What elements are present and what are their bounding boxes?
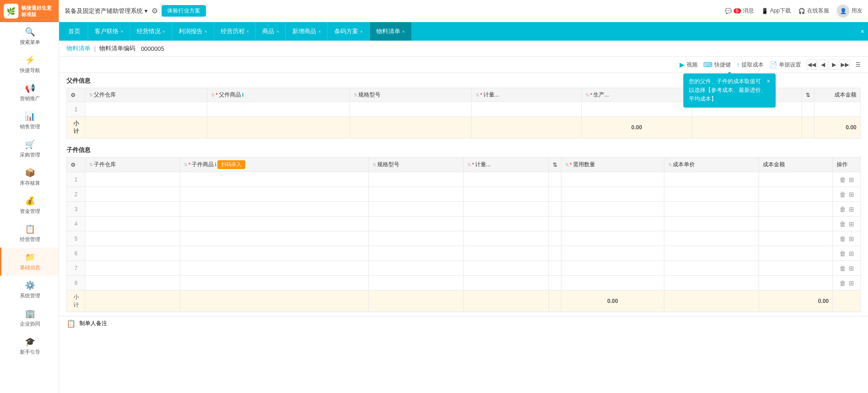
delete-icon-5[interactable]: 🗑 bbox=[839, 235, 846, 242]
child-cell-spec-7[interactable] bbox=[368, 261, 463, 276]
child-cell-unit-2[interactable] bbox=[463, 187, 549, 202]
tab-operations[interactable]: 经营情况 × bbox=[130, 22, 172, 41]
child-cell-warehouse-6[interactable] bbox=[85, 246, 180, 261]
nav-next[interactable]: ▶ bbox=[829, 60, 839, 70]
parent-col-spec[interactable]: ⇅ 规格型号 bbox=[350, 88, 471, 102]
parent-col-warehouse[interactable]: ⇅ 父件仓库 bbox=[85, 88, 207, 102]
parent-cell-production-1[interactable] bbox=[582, 102, 692, 117]
child-cell-spec-6[interactable] bbox=[368, 246, 463, 261]
child-cell-product-8[interactable] bbox=[180, 276, 368, 290]
child-cell-product-4[interactable] bbox=[180, 217, 368, 231]
copy-icon-2[interactable]: ⊞ bbox=[849, 191, 854, 198]
try-button[interactable]: 体验行业方案 bbox=[162, 5, 206, 17]
delete-icon-6[interactable]: 🗑 bbox=[839, 250, 846, 257]
child-col-config[interactable]: ⚙ bbox=[67, 157, 85, 172]
tab-bom[interactable]: 物料清单 × bbox=[370, 22, 412, 41]
parent-cell-unit-1[interactable] bbox=[471, 102, 581, 117]
tab-history[interactable]: 经营历程 × bbox=[214, 22, 256, 41]
child-cell-warehouse-2[interactable] bbox=[85, 187, 180, 202]
tab-close-operations[interactable]: × bbox=[163, 29, 165, 34]
nav-first[interactable]: ◀◀ bbox=[807, 60, 817, 70]
child-cell-unit-5[interactable] bbox=[463, 231, 549, 246]
child-cell-product-6[interactable] bbox=[180, 246, 368, 261]
child-cell-spec-1[interactable] bbox=[368, 172, 463, 187]
tab-close-bom[interactable]: × bbox=[402, 29, 405, 34]
tab-barcode[interactable]: 条码方案 × bbox=[328, 22, 370, 41]
child-cell-spec-4[interactable] bbox=[368, 217, 463, 231]
tab-close-product[interactable]: × bbox=[276, 29, 279, 34]
scan-button[interactable]: 扫码录入 bbox=[217, 160, 245, 169]
delete-icon-4[interactable]: 🗑 bbox=[839, 220, 846, 228]
sidebar-item-finance[interactable]: 💰 资金管理 bbox=[0, 191, 59, 219]
video-button[interactable]: ▶ 视频 bbox=[680, 61, 698, 69]
sidebar-item-system[interactable]: ⚙️ 系统管理 bbox=[0, 276, 59, 304]
online-service-action[interactable]: 🎧 在线客服 bbox=[798, 7, 829, 15]
child-cell-product-1[interactable] bbox=[180, 172, 368, 187]
tab-customer[interactable]: 客户联络 × bbox=[88, 22, 130, 41]
delete-icon-1[interactable]: 🗑 bbox=[839, 176, 846, 183]
sidebar-item-sales[interactable]: 📊 销售管理 bbox=[0, 107, 59, 135]
tab-home[interactable]: 首页 bbox=[61, 22, 88, 41]
tab-close-history[interactable]: × bbox=[247, 29, 249, 34]
child-cell-quantity-4[interactable] bbox=[561, 217, 664, 231]
sidebar-item-enterprise[interactable]: 🏢 企业协同 bbox=[0, 304, 59, 332]
list-view-button[interactable]: ☰ bbox=[856, 61, 861, 68]
delete-icon-8[interactable]: 🗑 bbox=[839, 279, 846, 287]
child-cell-unit-price-7[interactable] bbox=[664, 261, 759, 276]
delete-icon-3[interactable]: 🗑 bbox=[839, 206, 846, 213]
copy-icon-5[interactable]: ⊞ bbox=[849, 235, 854, 242]
child-cell-spec-3[interactable] bbox=[368, 202, 463, 217]
child-col-warehouse[interactable]: ⇅ 子件仓库 bbox=[85, 157, 180, 172]
copy-icon-7[interactable]: ⊞ bbox=[849, 265, 854, 272]
child-cell-product-2[interactable] bbox=[180, 187, 368, 202]
child-cell-unit-price-1[interactable] bbox=[664, 172, 759, 187]
sidebar-item-inventory[interactable]: 📦 库存核算 bbox=[0, 163, 59, 191]
child-cell-unit-price-5[interactable] bbox=[664, 231, 759, 246]
child-cell-unit-price-6[interactable] bbox=[664, 246, 759, 261]
tab-close-profit[interactable]: × bbox=[205, 29, 207, 34]
system-title-dropdown[interactable]: 装备及固定资产辅助管理系统 ▾ bbox=[65, 7, 148, 15]
tooltip-close[interactable]: × bbox=[767, 77, 770, 86]
parent-cell-spec-1[interactable] bbox=[350, 102, 471, 117]
child-cell-quantity-1[interactable] bbox=[561, 172, 664, 187]
child-cell-spec-8[interactable] bbox=[368, 276, 463, 290]
child-cell-warehouse-1[interactable] bbox=[85, 172, 180, 187]
child-cell-quantity-3[interactable] bbox=[561, 202, 664, 217]
child-cell-quantity-8[interactable] bbox=[561, 276, 664, 290]
nav-last[interactable]: ▶▶ bbox=[840, 60, 850, 70]
child-cell-warehouse-5[interactable] bbox=[85, 231, 180, 246]
parent-col-production[interactable]: ⇅ * 生产... bbox=[582, 88, 692, 102]
parent-col-unit[interactable]: ⇅ * 计量... bbox=[471, 88, 581, 102]
child-cell-unit-3[interactable] bbox=[463, 202, 549, 217]
child-cell-product-3[interactable] bbox=[180, 202, 368, 217]
child-cell-unit-price-4[interactable] bbox=[664, 217, 759, 231]
child-cell-unit-price-2[interactable] bbox=[664, 187, 759, 202]
settings-icon[interactable]: ⚙ bbox=[151, 6, 158, 15]
copy-icon-6[interactable]: ⊞ bbox=[849, 250, 854, 257]
tab-profit[interactable]: 利润报告 × bbox=[172, 22, 214, 41]
child-col-unit-price[interactable]: ⇅ 成本单价 bbox=[664, 157, 759, 172]
sidebar-item-purchase[interactable]: 🛒 采购管理 bbox=[0, 135, 59, 163]
child-cell-product-7[interactable] bbox=[180, 261, 368, 276]
sidebar-item-quick-nav[interactable]: ⚡ 快捷导航 bbox=[0, 50, 59, 79]
child-cell-warehouse-7[interactable] bbox=[85, 261, 180, 276]
child-cell-unit-8[interactable] bbox=[463, 276, 549, 290]
child-col-quantity[interactable]: ⇅ * 需用数量 bbox=[561, 157, 664, 172]
child-cell-unit-7[interactable] bbox=[463, 261, 549, 276]
nav-prev[interactable]: ◀ bbox=[818, 60, 828, 70]
child-cell-quantity-6[interactable] bbox=[561, 246, 664, 261]
child-col-spec[interactable]: ⇅ 规格型号 bbox=[368, 157, 463, 172]
child-col-product[interactable]: ⇅ * 子件商品 ℹ 扫码录入 bbox=[180, 157, 368, 172]
shortcut-button[interactable]: ⌨ 快捷键 bbox=[703, 61, 731, 69]
delete-icon-7[interactable]: 🗑 bbox=[839, 265, 846, 272]
tab-close-customer[interactable]: × bbox=[121, 29, 123, 34]
child-cell-unit-4[interactable] bbox=[463, 217, 549, 231]
child-cell-spec-5[interactable] bbox=[368, 231, 463, 246]
copy-icon-3[interactable]: ⊞ bbox=[849, 206, 854, 213]
copy-icon-1[interactable]: ⊞ bbox=[849, 176, 854, 183]
sidebar-item-search[interactable]: 🔍 搜索菜单 bbox=[0, 22, 59, 50]
sidebar-item-basic-info[interactable]: 📁 基础信息 bbox=[0, 248, 59, 276]
sidebar-item-operations[interactable]: 📋 经营管理 bbox=[0, 219, 59, 248]
tab-product[interactable]: 商品 × bbox=[256, 22, 286, 41]
parent-col-config[interactable]: ⚙ bbox=[67, 88, 85, 102]
